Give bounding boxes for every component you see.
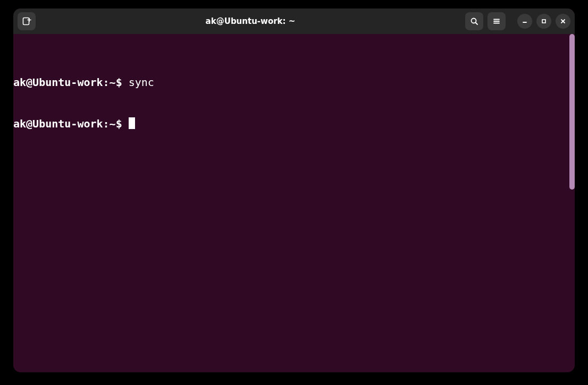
minimize-button[interactable]	[517, 14, 532, 29]
new-tab-button[interactable]	[18, 12, 36, 30]
svg-rect-0	[23, 18, 29, 25]
terminal-body[interactable]: ak@Ubuntu-work:~$ sync ak@Ubuntu-work:~$…	[13, 34, 575, 372]
prompt: ak@Ubuntu-work:~$	[13, 76, 129, 89]
cursor	[129, 117, 135, 129]
scrollbar[interactable]	[569, 34, 575, 372]
prompt-line: ak@Ubuntu-work:~$ sync	[13, 75, 568, 89]
menu-button[interactable]	[488, 12, 506, 30]
scrollbar-thumb[interactable]	[569, 34, 575, 190]
last-command: sync	[129, 76, 154, 89]
terminal-window: ak@Ubuntu-work: ~	[13, 8, 575, 372]
maximize-button[interactable]	[536, 14, 551, 29]
titlebar: ak@Ubuntu-work: ~	[13, 8, 575, 34]
prompt: ak@Ubuntu-work:~$	[13, 117, 129, 130]
prompt-line: ak@Ubuntu-work:~$	[13, 117, 568, 131]
search-button[interactable]	[465, 12, 483, 30]
svg-line-4	[476, 23, 478, 25]
close-button[interactable]	[556, 14, 570, 29]
svg-rect-9	[542, 20, 545, 23]
window-title: ak@Ubuntu-work: ~	[36, 14, 465, 28]
